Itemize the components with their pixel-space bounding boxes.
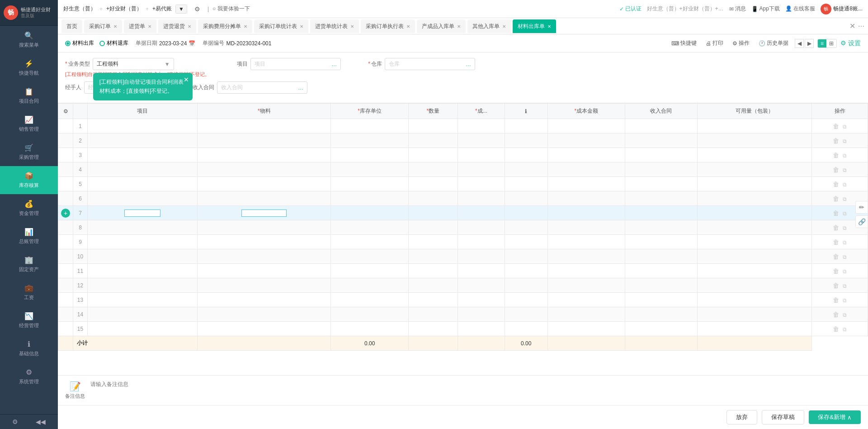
history-btn[interactable]: 🕐 历史单据 (756, 38, 791, 48)
collapse-sidebar-icon[interactable]: ◀◀ (36, 418, 46, 425)
tab-close-2[interactable]: ✕ (148, 24, 151, 29)
row-material[interactable] (198, 278, 331, 293)
sidebar-item-采购管理[interactable]: 🛒采购管理 (0, 138, 58, 166)
warehouse-input[interactable]: 仓库 … (385, 58, 475, 70)
row-delete-btn[interactable]: 🗑 (833, 224, 839, 231)
row-copy-btn[interactable]: ⧉ (843, 138, 847, 144)
tab-close-4[interactable]: ✕ (244, 24, 247, 29)
sidebar-item-总账管理[interactable]: 📊总账管理 (0, 222, 58, 250)
row-available[interactable] (697, 191, 812, 206)
row-material[interactable] (198, 322, 331, 336)
row-qty[interactable] (409, 119, 458, 133)
row-project[interactable] (88, 249, 198, 264)
tab-close-6[interactable]: ✕ (350, 24, 354, 29)
row-material[interactable] (198, 249, 331, 264)
sidebar-item-搜索菜单[interactable]: 🔍搜索菜单 (0, 26, 58, 54)
row-cost-amount[interactable] (547, 119, 625, 133)
row-cost[interactable] (458, 249, 505, 264)
topbar-app-btn[interactable]: 📱 App下载 (751, 5, 780, 13)
row-material[interactable] (198, 307, 331, 322)
row-income-contract[interactable] (625, 133, 697, 148)
row-copy-btn[interactable]: ⧉ (843, 153, 847, 159)
row-qty[interactable] (409, 206, 458, 220)
row-unit[interactable] (331, 322, 409, 336)
row-income-contract[interactable] (625, 235, 697, 249)
row-available[interactable] (697, 162, 812, 177)
row-cost[interactable] (458, 278, 505, 293)
row-income-contract[interactable] (625, 162, 697, 177)
view-grid-btn[interactable]: ⊞ (826, 39, 836, 48)
row-project[interactable] (88, 235, 198, 249)
row-material-input[interactable] (241, 210, 287, 217)
row-material[interactable] (198, 220, 331, 235)
row-copy-btn[interactable]: ⧉ (843, 312, 847, 318)
topbar-user[interactable]: 畅 畅捷通8账... (821, 4, 863, 14)
row-cost-amount[interactable] (547, 278, 625, 293)
row-delete-btn[interactable]: 🗑 (833, 195, 839, 202)
row-project[interactable] (88, 148, 198, 162)
close-window-btn[interactable]: ✕ (849, 22, 855, 30)
row-material[interactable] (198, 293, 331, 307)
radio-material-return[interactable]: 材料退库 (99, 39, 128, 47)
row-material[interactable] (198, 177, 331, 191)
row-delete-btn[interactable]: 🗑 (833, 210, 839, 217)
float-edit-btn[interactable]: ✏ (855, 201, 868, 214)
row-available[interactable] (697, 322, 812, 336)
discard-btn[interactable]: 放弃 (726, 410, 757, 424)
tab-close-3[interactable]: ✕ (188, 24, 191, 29)
row-income-contract[interactable] (625, 206, 697, 220)
row-delete-btn[interactable]: 🗑 (833, 325, 839, 333)
row-cost[interactable] (458, 220, 505, 235)
row-qty[interactable] (409, 322, 458, 336)
row-qty[interactable] (409, 235, 458, 249)
row-project[interactable] (88, 133, 198, 148)
row-delete-btn[interactable]: 🗑 (833, 238, 839, 246)
sidebar-item-经营管理[interactable]: 📉经营管理 (0, 306, 58, 334)
row-available[interactable] (697, 264, 812, 278)
row-cost-amount[interactable] (547, 177, 625, 191)
row-copy-btn[interactable]: ⧉ (843, 210, 847, 217)
income-contract-input[interactable]: 收入合同 … (217, 81, 307, 94)
row-cost[interactable] (458, 191, 505, 206)
topbar-service-btn[interactable]: 👤 在线客服 (785, 5, 815, 13)
row-cost-amount[interactable] (547, 191, 625, 206)
row-unit[interactable] (331, 206, 409, 220)
row-cost-amount[interactable] (547, 206, 625, 220)
topbar-gear-icon[interactable]: ⚙ (194, 5, 200, 13)
row-unit[interactable] (331, 162, 409, 177)
row-delete-btn[interactable]: 🗑 (833, 253, 839, 260)
row-qty[interactable] (409, 278, 458, 293)
tab-4[interactable]: 采购费用分摊单✕ (198, 19, 252, 33)
row-cost-amount[interactable] (547, 133, 625, 148)
sidebar-item-固定资产[interactable]: 🏢固定资产 (0, 250, 58, 278)
row-income-contract[interactable] (625, 191, 697, 206)
row-material[interactable] (198, 235, 331, 249)
row-cost-amount[interactable] (547, 264, 625, 278)
row-cost[interactable] (458, 264, 505, 278)
calendar-icon[interactable]: 📅 (189, 40, 195, 47)
row-cost-amount[interactable] (547, 235, 625, 249)
view-list-btn[interactable]: ≡ (818, 39, 826, 48)
row-unit[interactable] (331, 235, 409, 249)
row-delete-btn[interactable]: 🗑 (833, 181, 839, 188)
row-income-contract[interactable] (625, 264, 697, 278)
row-income-contract[interactable] (625, 307, 697, 322)
row-available[interactable] (697, 307, 812, 322)
settings-bottom-icon[interactable]: ⚙ (12, 418, 18, 425)
row-project[interactable] (88, 278, 198, 293)
tab-6[interactable]: 进货单统计表✕ (310, 19, 359, 33)
row-project[interactable] (88, 162, 198, 177)
row-project-input[interactable] (124, 210, 160, 217)
row-income-contract[interactable] (625, 148, 697, 162)
tab-9[interactable]: 其他入库单✕ (467, 19, 511, 33)
row-copy-btn[interactable]: ⧉ (843, 268, 847, 275)
shortcut-btn[interactable]: ⌨ 快捷键 (669, 38, 699, 48)
tab-more-btn[interactable]: ⋯ (858, 23, 864, 30)
row-project[interactable] (88, 220, 198, 235)
notes-input[interactable] (90, 381, 861, 387)
row-available[interactable] (697, 293, 812, 307)
row-available[interactable] (697, 220, 812, 235)
print-btn[interactable]: 🖨 打印 (703, 38, 726, 48)
row-project[interactable] (88, 206, 198, 220)
row-delete-btn[interactable]: 🗑 (833, 123, 839, 130)
